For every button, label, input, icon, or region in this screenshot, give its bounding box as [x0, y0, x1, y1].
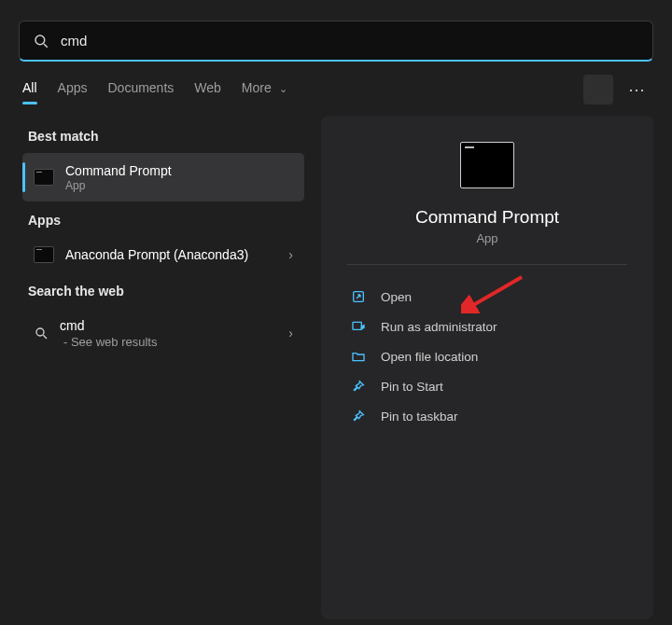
tab-more-label: More	[242, 80, 272, 95]
pin-icon	[351, 409, 366, 424]
terminal-icon	[34, 169, 54, 186]
search-input[interactable]	[61, 33, 639, 49]
tabs-row: All Apps Documents Web More ⌄ ⋯	[0, 62, 672, 116]
open-icon	[351, 289, 366, 304]
action-label: Open file location	[381, 350, 478, 364]
tab-apps[interactable]: Apps	[58, 75, 88, 104]
svg-point-0	[35, 35, 45, 45]
more-menu-button[interactable]: ⋯	[624, 76, 650, 104]
results-column: Best match Command Prompt App Apps Anaco…	[19, 116, 308, 619]
avatar[interactable]	[583, 75, 613, 104]
search-bar[interactable]	[19, 21, 653, 62]
chevron-right-icon: ›	[288, 247, 293, 262]
result-sub: App	[65, 179, 172, 192]
result-texts: Anaconda Prompt (Anaconda3)	[65, 246, 248, 263]
action-label: Pin to taskbar	[381, 410, 458, 424]
tabs: All Apps Documents Web More ⌄	[22, 75, 287, 104]
result-texts: Command Prompt App	[65, 162, 172, 192]
action-label: Open	[381, 290, 412, 304]
result-command-prompt[interactable]: Command Prompt App	[22, 153, 304, 201]
web-query: cmd	[60, 317, 157, 334]
section-apps-title: Apps	[19, 205, 308, 237]
preview-sub: App	[476, 231, 497, 245]
result-web-search[interactable]: cmd- See web results ›	[22, 308, 304, 357]
action-label: Pin to Start	[381, 380, 443, 394]
action-open[interactable]: Open	[347, 282, 627, 312]
tab-web[interactable]: Web	[194, 75, 221, 104]
tab-documents[interactable]: Documents	[107, 75, 174, 104]
preview-panel: Command Prompt App Open Run as administr…	[321, 116, 653, 619]
svg-line-3	[43, 335, 47, 339]
action-pin-to-start[interactable]: Pin to Start	[347, 371, 627, 401]
svg-point-2	[36, 328, 44, 336]
chevron-right-icon: ›	[288, 326, 293, 340]
tab-all[interactable]: All	[22, 75, 37, 104]
action-run-as-admin[interactable]: Run as administrator	[347, 312, 627, 341]
web-sub: - See web results	[63, 335, 157, 349]
tab-more[interactable]: More ⌄	[242, 75, 287, 104]
result-texts: cmd- See web results	[60, 317, 157, 348]
section-best-match-title: Best match	[19, 121, 308, 153]
svg-rect-5	[353, 322, 361, 329]
divider	[347, 264, 627, 265]
folder-icon	[351, 349, 366, 364]
svg-line-1	[44, 44, 48, 48]
result-title: Anaconda Prompt (Anaconda3)	[65, 246, 248, 263]
main: Best match Command Prompt App Apps Anaco…	[0, 116, 672, 619]
admin-shield-icon	[351, 319, 366, 334]
chevron-down-icon: ⌄	[279, 83, 287, 94]
preview-actions: Open Run as administrator Open file loca…	[347, 282, 627, 431]
result-title: Command Prompt	[65, 162, 172, 179]
action-open-file-location[interactable]: Open file location	[347, 341, 627, 371]
preview-title: Command Prompt	[415, 207, 559, 228]
section-web-title: Search the web	[19, 276, 308, 308]
terminal-icon	[460, 142, 514, 188]
pin-icon	[351, 379, 366, 394]
action-pin-to-taskbar[interactable]: Pin to taskbar	[347, 401, 627, 431]
action-label: Run as administrator	[381, 320, 497, 334]
search-icon	[34, 326, 49, 340]
search-icon	[33, 33, 49, 49]
result-anaconda-prompt[interactable]: Anaconda Prompt (Anaconda3) ›	[22, 237, 304, 272]
header-actions: ⋯	[583, 75, 650, 104]
terminal-icon	[34, 246, 54, 263]
